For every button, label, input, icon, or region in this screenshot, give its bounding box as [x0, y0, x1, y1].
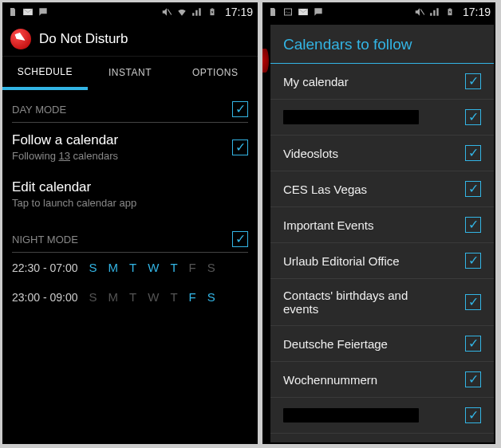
- app-icon: [10, 29, 31, 49]
- edit-calendar-title: Edit calendar: [12, 179, 248, 195]
- day-mode-checkbox[interactable]: ✓: [232, 101, 248, 117]
- content-area: DAY MODE ✓ Follow a calendar Following 1…: [2, 90, 258, 444]
- gmail-icon: [298, 6, 309, 18]
- schedule-row[interactable]: 22:30 - 07:00SMTWTFS: [12, 253, 248, 282]
- day-toggle[interactable]: W: [148, 290, 159, 304]
- follow-calendar-item[interactable]: Follow a calendar Following 13 calendars…: [12, 123, 248, 170]
- day-picker: SMTWTFS: [89, 290, 215, 304]
- calendar-item[interactable]: Important Events✓: [270, 207, 494, 243]
- edit-calendar-sub: Tap to launch calendar app: [12, 197, 248, 209]
- day-toggle[interactable]: T: [170, 261, 177, 274]
- mute-icon: [161, 6, 172, 18]
- day-toggle[interactable]: F: [189, 261, 196, 274]
- calendar-item[interactable]: ✓: [270, 100, 494, 136]
- calendar-item[interactable]: CES Las Vegas✓: [270, 171, 494, 207]
- status-icons-right: 17:19: [414, 6, 491, 18]
- battery-charging-icon: [207, 6, 218, 18]
- calendar-item[interactable]: ✓: [270, 434, 494, 442]
- day-toggle[interactable]: T: [129, 261, 136, 274]
- svg-rect-3: [211, 8, 214, 9]
- calendar-item[interactable]: My calendar✓: [270, 64, 494, 100]
- schedule-row[interactable]: 23:00 - 09:00SMTWTFS: [12, 282, 248, 312]
- calendar-item[interactable]: Urlaub Editorial Office✓: [270, 243, 494, 279]
- day-picker: SMTWTFS: [89, 261, 215, 274]
- tab-schedule[interactable]: SCHEDULE: [2, 57, 88, 90]
- day-toggle[interactable]: S: [89, 290, 97, 304]
- day-toggle[interactable]: S: [207, 290, 215, 304]
- day-toggle[interactable]: S: [89, 261, 97, 274]
- phone-right: 17:19 Calendars to follow My calendar✓✓V…: [262, 2, 495, 444]
- calendar-item-label: Urlaub Editorial Office: [283, 254, 400, 268]
- calendar-item-label: [283, 408, 419, 422]
- calendar-item[interactable]: Wochennummern✓: [270, 362, 494, 398]
- status-bar: 17:19: [2, 2, 258, 22]
- calendar-item-label: CES Las Vegas: [283, 183, 367, 196]
- calendar-item-checkbox[interactable]: ✓: [465, 109, 481, 125]
- signal-icon: [191, 6, 203, 18]
- calendar-item-checkbox[interactable]: ✓: [465, 217, 481, 233]
- app-icon-peek: [262, 49, 269, 73]
- night-mode-header: NIGHT MODE: [12, 234, 78, 246]
- status-bar: 17:19: [262, 2, 495, 22]
- day-toggle[interactable]: F: [189, 290, 196, 304]
- day-toggle[interactable]: T: [170, 290, 177, 304]
- calendar-item[interactable]: ✓: [270, 398, 494, 434]
- night-mode-header-row: NIGHT MODE ✓: [12, 231, 248, 247]
- status-clock: 17:19: [463, 6, 491, 18]
- calendar-item-checkbox[interactable]: ✓: [465, 336, 481, 352]
- edit-calendar-item[interactable]: Edit calendar Tap to launch calendar app: [12, 170, 248, 217]
- battery-charging-icon: [444, 6, 456, 18]
- wifi-icon: [176, 6, 187, 18]
- calendar-item[interactable]: Videoslots✓: [270, 136, 494, 171]
- calendar-item-label: [283, 110, 419, 124]
- calendars-dialog: Calendars to follow My calendar✓✓Videosl…: [270, 25, 494, 442]
- phone-left: 17:19 Do Not Disturb SCHEDULEINSTANTOPTI…: [2, 2, 258, 444]
- dialog-list[interactable]: My calendar✓✓Videoslots✓CES Las Vegas✓Im…: [270, 64, 494, 442]
- follow-calendar-sub: Following 13 calendars: [12, 150, 118, 162]
- status-clock: 17:19: [225, 6, 253, 18]
- calendar-item-checkbox[interactable]: ✓: [465, 294, 481, 310]
- tabs: SCHEDULEINSTANTOPTIONS: [2, 57, 258, 90]
- follow-calendar-title: Follow a calendar: [12, 132, 118, 148]
- calendar-item-label: Important Events: [283, 218, 373, 232]
- day-toggle[interactable]: T: [129, 290, 136, 304]
- chat-icon: [313, 6, 324, 18]
- status-icons-right: 17:19: [161, 6, 253, 18]
- calendar-item-label: Contacts' birthdays and events: [283, 289, 443, 316]
- calendar-item-label: My calendar: [283, 75, 349, 88]
- sdcard-icon: [7, 6, 18, 18]
- dialog-title: Calendars to follow: [270, 25, 494, 64]
- svg-line-1: [168, 10, 172, 15]
- svg-rect-4: [285, 9, 292, 15]
- day-toggle[interactable]: W: [148, 261, 159, 274]
- schedule-time: 22:30 - 07:00: [12, 261, 78, 274]
- calendar-item-checkbox[interactable]: ✓: [465, 73, 481, 89]
- app-title: Do Not Disturb: [39, 31, 128, 47]
- signal-icon: [429, 6, 440, 18]
- day-toggle[interactable]: M: [108, 261, 119, 274]
- calendar-item-label: Deutsche Feiertage: [283, 337, 388, 351]
- calendar-item-label: Wochennummern: [283, 373, 377, 387]
- tab-instant[interactable]: INSTANT: [88, 57, 173, 90]
- calendar-item[interactable]: Contacts' birthdays and events✓: [270, 279, 494, 326]
- app-bar: Do Not Disturb: [2, 22, 258, 57]
- calendar-item-checkbox[interactable]: ✓: [465, 181, 481, 197]
- day-mode-header: DAY MODE: [12, 104, 66, 116]
- status-icons-left: [267, 6, 324, 18]
- calendar-item[interactable]: Deutsche Feiertage✓: [270, 326, 494, 362]
- day-mode-header-row: DAY MODE ✓: [12, 101, 248, 117]
- gmail-icon: [22, 6, 34, 18]
- calendar-item-label: Videoslots: [283, 147, 338, 160]
- follow-calendar-checkbox[interactable]: ✓: [232, 140, 248, 155]
- svg-line-6: [420, 10, 424, 15]
- tab-options[interactable]: OPTIONS: [172, 57, 258, 90]
- sdcard-icon: [267, 6, 278, 18]
- calendar-item-checkbox[interactable]: ✓: [465, 145, 481, 161]
- calendar-item-checkbox[interactable]: ✓: [465, 407, 481, 423]
- calendar-item-checkbox[interactable]: ✓: [465, 371, 481, 387]
- calendar-item-checkbox[interactable]: ✓: [465, 253, 481, 269]
- chat-icon: [37, 6, 49, 18]
- day-toggle[interactable]: S: [207, 261, 215, 274]
- night-mode-checkbox[interactable]: ✓: [232, 231, 248, 247]
- day-toggle[interactable]: M: [108, 290, 119, 304]
